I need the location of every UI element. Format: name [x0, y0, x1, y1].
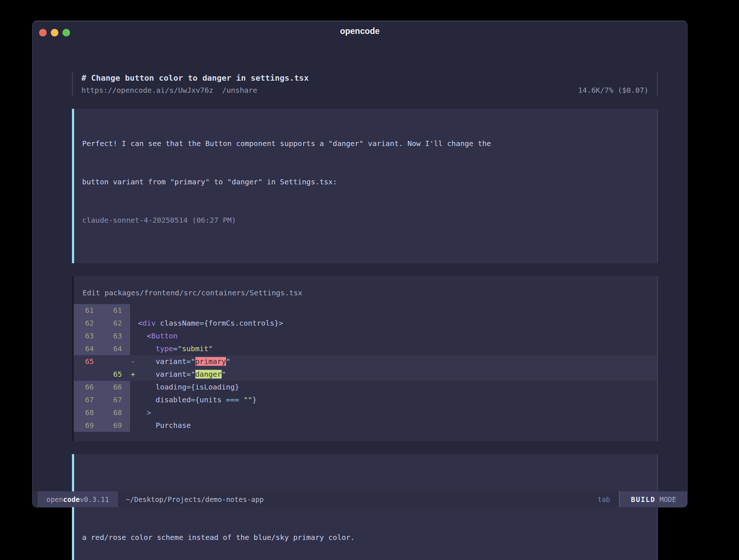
- diff-marker: [130, 381, 138, 394]
- diff-row: 6464 type="submit": [74, 342, 657, 355]
- app-version-badge: opencode v0.3.11: [38, 491, 118, 507]
- diff-marker: [130, 330, 138, 342]
- code-token: div: [142, 319, 156, 327]
- diff-row: 65- variant="primary": [74, 355, 657, 368]
- diff-row: 6262<div className={formCs.controls}>: [74, 317, 657, 330]
- code-token: [138, 344, 156, 353]
- context-stats: 14.6K/7% ($0.07): [578, 84, 648, 96]
- code-token: "": [244, 395, 252, 404]
- old-line-number: 67: [74, 394, 102, 406]
- code-token: disabled: [156, 395, 191, 404]
- new-line-number: 61: [102, 304, 130, 317]
- diff-row: 6868 >: [74, 406, 657, 419]
- diff-row: 6666 loading={isLoading}: [74, 381, 657, 394]
- code-line: <Button: [138, 330, 657, 342]
- message-line: a red/rose color scheme instead of the b…: [82, 531, 657, 544]
- diff-marker: +: [130, 368, 138, 381]
- code-token: =: [173, 344, 177, 353]
- code-token: ": [191, 357, 195, 366]
- diff-table: 61616262<div className={formCs.controls}…: [74, 304, 657, 432]
- code-token: danger: [195, 370, 222, 379]
- code-line: >: [138, 406, 657, 419]
- code-token: ": [191, 370, 195, 379]
- unshare-command[interactable]: /unshare: [222, 84, 257, 96]
- code-token: Button: [151, 331, 177, 340]
- new-line-number: 62: [102, 317, 130, 330]
- code-line: loading={isLoading}: [138, 381, 657, 394]
- old-line-number: 61: [74, 304, 102, 317]
- code-token: =: [186, 357, 191, 366]
- new-line-number: 63: [102, 330, 130, 342]
- new-line-number: 64: [102, 342, 130, 355]
- code-token: {units: [195, 395, 226, 404]
- code-token: [156, 319, 160, 327]
- new-line-number: 68: [102, 406, 130, 419]
- old-line-number: 63: [74, 330, 102, 342]
- code-token: >: [147, 408, 151, 417]
- code-token: ===: [226, 395, 239, 404]
- code-token: [138, 421, 156, 430]
- diff-row: 65+ variant="danger": [74, 368, 657, 381]
- status-bar: opencode v0.3.11 ~/Desktop/Projects/demo…: [32, 491, 687, 507]
- old-line-number: 68: [74, 406, 102, 419]
- share-url-link[interactable]: https://opencode.ai/s/UwJxv76z: [81, 84, 213, 96]
- code-token: [138, 408, 147, 417]
- diff-marker: -: [130, 355, 138, 368]
- code-token: [138, 395, 156, 404]
- diff-marker: [130, 406, 138, 419]
- code-token: }: [252, 395, 257, 404]
- old-line-number: 66: [74, 381, 102, 394]
- assistant-message: The button color has been changed to dan…: [72, 454, 658, 560]
- tab-key-hint: tab: [598, 495, 610, 503]
- code-token: [138, 370, 156, 379]
- code-token: {isLoading}: [191, 383, 239, 391]
- code-token: ": [177, 344, 182, 353]
- code-token: ": [226, 357, 230, 366]
- code-line: <div className={formCs.controls}>: [138, 317, 657, 330]
- new-line-number: 65: [102, 368, 130, 381]
- code-line: disabled={units === ""}: [138, 394, 657, 406]
- opencode-window: opencode # Change button color to danger…: [32, 21, 688, 507]
- code-token: [138, 383, 156, 391]
- diff-marker: [130, 304, 138, 317]
- old-line-number: [74, 368, 102, 381]
- code-token: <: [147, 331, 151, 340]
- diff-marker: [130, 394, 138, 406]
- diff-row: 6161: [74, 304, 657, 317]
- code-line: Purchase: [138, 419, 657, 432]
- code-token: <: [138, 319, 142, 327]
- code-token: =: [200, 319, 204, 327]
- code-token: {formCs.controls}>: [204, 319, 283, 327]
- session-title: # Change button color to danger in setti…: [81, 72, 648, 84]
- code-token: primary: [195, 357, 226, 366]
- code-token: [138, 357, 156, 366]
- mode-badge[interactable]: BUILDMODE: [620, 491, 687, 507]
- diff-row: 6363 <Button: [74, 330, 657, 342]
- code-token: className: [160, 319, 199, 327]
- old-line-number: 64: [74, 342, 102, 355]
- code-token: variant: [156, 357, 186, 366]
- code-token: Purchase: [156, 421, 191, 430]
- old-line-number: 65: [74, 355, 102, 368]
- session-content: # Change button color to danger in setti…: [32, 72, 687, 560]
- edit-tool-title: Edit packages/frontend/src/containers/Se…: [74, 287, 657, 299]
- old-line-number: 62: [74, 317, 102, 330]
- message-line: Perfect! I can see that the Button compo…: [82, 137, 657, 150]
- assistant-message: Perfect! I can see that the Button compo…: [72, 109, 658, 263]
- window-title: opencode: [32, 26, 687, 36]
- code-line: variant="danger": [138, 368, 657, 381]
- code-token: variant: [156, 370, 186, 379]
- code-token: [239, 395, 244, 404]
- edit-tool-panel: Edit packages/frontend/src/containers/Se…: [72, 276, 658, 441]
- working-directory: ~/Desktop/Projects/demo-notes-app: [126, 495, 264, 503]
- code-token: loading: [156, 383, 186, 391]
- code-line: variant="primary": [138, 355, 657, 368]
- diff-marker: [130, 342, 138, 355]
- code-token: =: [186, 383, 191, 391]
- new-line-number: 67: [102, 394, 130, 406]
- title-bar: opencode: [32, 21, 687, 41]
- new-line-number: 66: [102, 381, 130, 394]
- code-token: ": [222, 370, 226, 379]
- diff-marker: [130, 317, 138, 330]
- new-line-number: 69: [102, 419, 130, 432]
